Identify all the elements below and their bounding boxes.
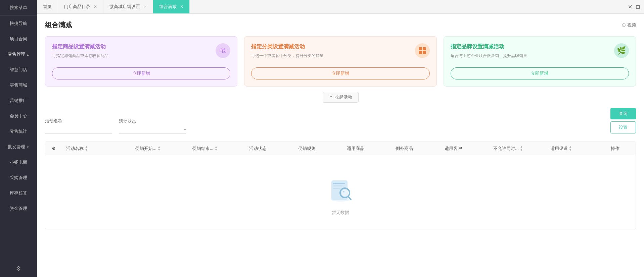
activity-name-label: 活动名称 — [45, 118, 112, 124]
main-area: 首页 门店商品目录 ✕ 微商城店铺设置 ✕ 组合满减 ✕ ✕ ⊡ 组合满减 ⊙ … — [37, 0, 644, 277]
tab-close-micro-store[interactable]: ✕ — [143, 4, 147, 9]
sidebar-item-smart-store[interactable]: 智慧门店 — [0, 62, 37, 77]
table-header: ⚙ 活动名称 ▲▼ 促销开始... ▲▼ 促销结束... ▲▼ 活动状态 — [45, 142, 636, 155]
tab-combo-discount[interactable]: 组合满减 ✕ — [153, 0, 190, 13]
th-gear[interactable]: ⚙ — [45, 146, 62, 151]
tab-bar: 首页 门店商品目录 ✕ 微商城店铺设置 ✕ 组合满减 ✕ ✕ ⊡ — [37, 0, 644, 14]
sort-arrows-name: ▲▼ — [85, 145, 88, 152]
category-card-icon — [415, 43, 430, 58]
th-activity-name[interactable]: 活动名称 ▲▼ — [62, 145, 131, 152]
brand-card-title: 指定品牌设置满减活动 — [451, 43, 629, 50]
filter-row: 活动名称 活动状态 ▾ 查询 设置 — [45, 108, 636, 137]
collapse-bar: ⌃ 收起活动 — [45, 92, 636, 103]
maximize-window-btn[interactable]: ⊡ — [636, 4, 640, 10]
category-card-btn[interactable]: 立即新增 — [251, 67, 429, 79]
tab-close-store-catalog[interactable]: ✕ — [94, 4, 97, 9]
brand-card-icon: 🌿 — [614, 43, 629, 58]
brand-card: 🌿 指定品牌设置满减活动 适合与上游企业联合做营销，提升品牌销量 立即新增 — [444, 36, 636, 87]
empty-state: 暂无数据 — [45, 155, 636, 229]
sidebar-item-project-contract[interactable]: 项目合同 — [0, 31, 37, 47]
th-promo-rule: 促销规则 — [294, 146, 343, 152]
sidebar-item-member-center[interactable]: 会员中心 — [0, 108, 37, 124]
svg-rect-3 — [423, 51, 426, 54]
product-card-icon: 🛍 — [216, 43, 230, 58]
product-card: 🛍 指定商品设置满减活动 可指定滞销商品或库存较多商品 立即新增 — [45, 36, 237, 87]
activity-status-select[interactable]: ▾ — [119, 126, 186, 133]
category-card-title: 指定分类设置满减活动 — [251, 43, 429, 50]
product-card-title: 指定商品设置满减活动 — [52, 43, 230, 50]
th-applicable-customer: 适用客户 — [441, 146, 489, 152]
sidebar-item-inventory-calc[interactable]: 库存核算 — [0, 185, 37, 201]
sidebar-item-retail-mall[interactable]: 零售商城 — [0, 77, 37, 93]
settings-btn[interactable]: 设置 — [610, 121, 636, 133]
sidebar-item-marketing[interactable]: 营销推广 — [0, 93, 37, 108]
activity-status-label: 活动状态 — [119, 118, 186, 124]
svg-rect-7 — [333, 185, 342, 186]
query-btn[interactable]: 查询 — [610, 108, 636, 119]
page-content: 组合满减 ⊙ 视频 🛍 指定商品设置满减活动 可指定滞销商品或库存较多商品 立即… — [37, 14, 644, 277]
cards-section: 🛍 指定商品设置满减活动 可指定滞销商品或库存较多商品 立即新增 指定分类设置满… — [45, 36, 636, 87]
data-table: ⚙ 活动名称 ▲▼ 促销开始... ▲▼ 促销结束... ▲▼ 活动状态 — [45, 142, 636, 229]
video-link[interactable]: ⊙ 视频 — [622, 22, 636, 28]
svg-rect-8 — [333, 188, 340, 189]
sidebar-item-retail-mgmt[interactable]: 零售管理 — [0, 47, 37, 62]
play-circle-icon: ⊙ — [622, 22, 626, 28]
brand-card-desc: 适合与上游企业联合做营销，提升品牌销量 — [451, 53, 629, 63]
close-window-btn[interactable]: ✕ — [628, 4, 632, 10]
category-card: 指定分类设置满减活动 可选一个或者多个分类，提升分类的销量 立即新增 — [244, 36, 436, 87]
brand-card-btn[interactable]: 立即新增 — [451, 67, 629, 79]
sort-arrows-channel: ▲▼ — [569, 145, 572, 152]
svg-rect-1 — [423, 47, 426, 50]
product-card-btn[interactable]: 立即新增 — [52, 67, 230, 79]
svg-rect-6 — [333, 183, 345, 184]
th-action: 操作 — [595, 146, 636, 152]
activity-name-input[interactable] — [45, 125, 112, 133]
sidebar-item-finance-mgmt[interactable]: 资金管理 — [0, 201, 37, 216]
th-not-allow-concurrent[interactable]: 不允许同时... ▲▼ — [489, 145, 546, 152]
tab-store-catalog[interactable]: 门店商品目录 ✕ — [58, 0, 103, 13]
category-card-desc: 可选一个或者多个分类，提升分类的销量 — [251, 53, 429, 63]
page-header: 组合满减 ⊙ 视频 — [45, 20, 636, 30]
svg-point-10 — [341, 189, 348, 196]
sort-arrows-start: ▲▼ — [158, 145, 160, 152]
tab-home[interactable]: 首页 — [37, 0, 58, 13]
activity-status-field: 活动状态 ▾ — [119, 118, 186, 133]
gear-icon: ⚙ — [16, 265, 21, 272]
filter-actions: 查询 设置 — [610, 108, 636, 133]
th-activity-status: 活动状态 — [245, 146, 294, 152]
svg-rect-0 — [419, 47, 422, 50]
chevron-down-icon: ▾ — [184, 127, 186, 132]
th-promo-end[interactable]: 促销结束... ▲▼ — [188, 145, 245, 152]
empty-illustration — [325, 175, 356, 206]
sidebar-settings-btn[interactable]: ⚙ — [0, 260, 37, 277]
sidebar-item-quick-nav[interactable]: 快捷导航 — [0, 16, 37, 31]
tab-close-combo-discount[interactable]: ✕ — [180, 4, 183, 9]
collapse-activities-btn[interactable]: ⌃ 收起活动 — [323, 92, 359, 103]
th-applicable-channel[interactable]: 适用渠道 ▲▼ — [546, 145, 595, 152]
sidebar-item-purchase-mgmt[interactable]: 采购管理 — [0, 170, 37, 185]
svg-rect-2 — [419, 51, 422, 54]
th-applicable-goods: 适用商品 — [343, 146, 392, 152]
sidebar-item-xiaochange[interactable]: 小畅电商 — [0, 155, 37, 170]
activity-name-field: 活动名称 — [45, 118, 112, 133]
th-promo-start[interactable]: 促销开始... ▲▼ — [131, 145, 188, 152]
sidebar-search[interactable]: 搜索菜单 — [0, 0, 37, 16]
table-gear-icon: ⚙ — [52, 146, 56, 151]
sort-arrows-end: ▲▼ — [215, 145, 217, 152]
svg-point-12 — [343, 191, 344, 192]
tab-micro-store-settings[interactable]: 微商城店铺设置 ✕ — [103, 0, 153, 13]
window-controls: ✕ ⊡ — [624, 4, 644, 10]
product-card-desc: 可指定滞销商品或库存较多商品 — [52, 53, 230, 63]
empty-text: 暂无数据 — [332, 210, 349, 216]
page-title: 组合满减 — [45, 20, 72, 30]
sort-arrows-notallow: ▲▼ — [520, 145, 523, 152]
chevron-up-icon: ⌃ — [329, 95, 333, 100]
th-except-goods: 例外商品 — [392, 146, 440, 152]
sidebar: 搜索菜单 快捷导航 项目合同 零售管理 智慧门店 零售商城 营销推广 会员中心 … — [0, 0, 37, 277]
sidebar-item-wholesale-mgmt[interactable]: 批发管理 — [0, 139, 37, 155]
sidebar-item-retail-stats[interactable]: 零售统计 — [0, 124, 37, 139]
